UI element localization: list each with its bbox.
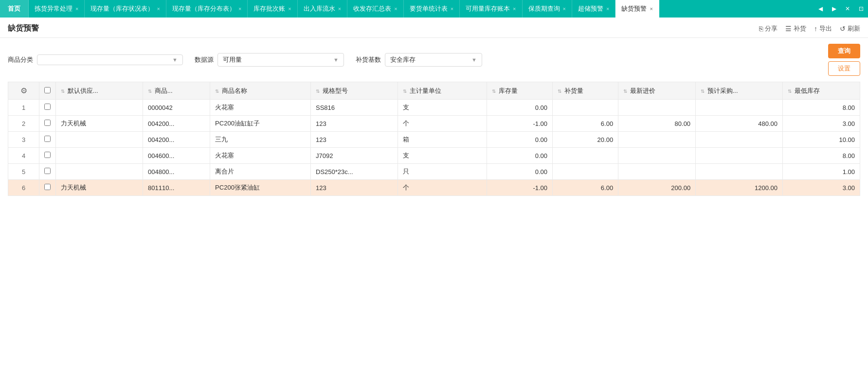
tab-nav-right: ◀ ▶ ✕ ⊡	[814, 5, 868, 12]
table-row: 4 004600... 火花塞 J7092 支 0.00 8.00	[8, 148, 860, 164]
tab-next-btn[interactable]: ▶	[827, 5, 841, 12]
row-cb-2[interactable]	[39, 132, 56, 148]
tab-shortage-close[interactable]: ×	[650, 6, 652, 12]
row-est-purchase-1: 480.00	[696, 116, 783, 132]
col-est-purchase[interactable]: ⇅ 预计采购...	[696, 82, 783, 100]
tab-inv1-label: 现存量（库存状况表）	[90, 4, 154, 13]
row-product-name-2: 三九	[210, 132, 311, 148]
tab-expire-close[interactable]: ×	[563, 6, 566, 12]
col-checkbox[interactable]	[39, 82, 56, 100]
row-spec-5: 123	[311, 180, 398, 196]
tab-order[interactable]: 要货单统计表 ×	[404, 0, 460, 18]
sort-icon: ⇅	[61, 88, 65, 94]
row-product-name-1: PC200油缸缸子	[210, 116, 311, 132]
select-all-checkbox[interactable]	[44, 87, 51, 93]
tab-avail-close[interactable]: ×	[513, 6, 516, 12]
refresh-button[interactable]: ↺ 刷新	[840, 24, 860, 33]
datasource-select[interactable]: 可用量 ▼	[217, 53, 344, 67]
col-unit-label: 主计量单位	[410, 87, 441, 94]
row-cb-5[interactable]	[39, 180, 56, 196]
row-cb-3[interactable]	[39, 148, 56, 164]
column-settings-icon[interactable]: ⚙	[20, 86, 27, 95]
row-spec-4: DS250*23c...	[311, 164, 398, 180]
table-body: 1 0000042 火花塞 SS816 支 0.00 8.00 2 力天机械 0…	[8, 100, 860, 196]
row-min-stock-3: 8.00	[782, 148, 860, 164]
row-product-name-4: 离合片	[210, 164, 311, 180]
row-min-stock-4: 1.00	[782, 164, 860, 180]
category-arrow-icon: ▼	[172, 57, 178, 63]
query-button[interactable]: 查询	[828, 44, 860, 58]
col-stock[interactable]: ⇅ 库存量	[487, 82, 552, 100]
setting-button[interactable]: 设置	[828, 61, 860, 76]
row-latest-price-4	[618, 164, 696, 180]
tab-home-label: 首页	[8, 4, 20, 13]
tab-expire[interactable]: 保质期查询 ×	[523, 0, 572, 18]
tab-flow-close[interactable]: ×	[338, 6, 341, 12]
tab-batch-close[interactable]: ×	[288, 6, 291, 12]
row-cb-4[interactable]	[39, 164, 56, 180]
col-min-stock[interactable]: ⇅ 最低库存	[782, 82, 860, 100]
tab-batch[interactable]: 库存批次账 ×	[248, 0, 297, 18]
tab-home[interactable]: 首页	[0, 0, 29, 18]
row-unit-4: 只	[398, 164, 487, 180]
data-table: ⚙ ⇅ 默认供应... ⇅ 商品... ⇅ 商品名称	[8, 82, 860, 196]
tab-pick-close[interactable]: ×	[75, 6, 78, 12]
category-select[interactable]: ▼	[37, 54, 183, 65]
row-supplier-0	[56, 100, 143, 116]
row-num-1: 2	[8, 116, 39, 132]
tab-shortage[interactable]: 缺货预警 ×	[615, 0, 659, 18]
export-label: 导出	[819, 24, 832, 33]
row-stock-0: 0.00	[487, 100, 552, 116]
export-button[interactable]: ↑ 导出	[814, 24, 832, 33]
row-est-purchase-2	[696, 132, 783, 148]
replenish-base-select[interactable]: 安全库存 ▼	[385, 53, 482, 67]
row-est-purchase-5: 1200.00	[696, 180, 783, 196]
tab-flow-label: 出入库流水	[304, 4, 335, 13]
header-actions: ⎘ 分享 ☰ 补货 ↑ 导出 ↺ 刷新	[759, 24, 860, 33]
col-replenish-qty[interactable]: ⇅ 补货量	[553, 82, 618, 100]
row-supplier-3	[56, 148, 143, 164]
row-latest-price-1: 80.00	[618, 116, 696, 132]
row-replenish-qty-4	[553, 164, 618, 180]
tab-pick[interactable]: 拣货异常处理 ×	[29, 0, 85, 18]
tab-expire-label: 保质期查询	[528, 4, 560, 13]
row-replenish-qty-0	[553, 100, 618, 116]
col-gear[interactable]: ⚙	[8, 82, 39, 100]
col-product-name-label: 商品名称	[222, 87, 247, 94]
tab-overstock-close[interactable]: ×	[606, 6, 609, 12]
tab-expand-btn[interactable]: ⊡	[854, 5, 868, 12]
col-unit[interactable]: ⇅ 主计量单位	[398, 82, 487, 100]
tab-order-close[interactable]: ×	[451, 6, 453, 12]
share-button[interactable]: ⎘ 分享	[759, 24, 778, 33]
tab-close-btn[interactable]: ✕	[841, 5, 854, 12]
tab-summary-close[interactable]: ×	[394, 6, 397, 12]
row-product-name-0: 火花塞	[210, 100, 311, 116]
col-product-id[interactable]: ⇅ 商品...	[143, 82, 210, 100]
col-product-name[interactable]: ⇅ 商品名称	[210, 82, 311, 100]
tab-summary[interactable]: 收发存汇总表 ×	[347, 0, 403, 18]
row-product-id-4: 004800...	[143, 164, 210, 180]
row-cb-0[interactable]	[39, 100, 56, 116]
col-latest-price[interactable]: ⇅ 最新进价	[618, 82, 696, 100]
tab-inv2-close[interactable]: ×	[238, 6, 241, 12]
col-supplier[interactable]: ⇅ 默认供应...	[56, 82, 143, 100]
tab-avail[interactable]: 可用量库存账本 ×	[460, 0, 522, 18]
refresh-label: 刷新	[848, 24, 860, 33]
row-num-3: 4	[8, 148, 39, 164]
tab-flow[interactable]: 出入库流水 ×	[298, 0, 347, 18]
row-replenish-qty-2: 20.00	[553, 132, 618, 148]
replenish-button[interactable]: ☰ 补货	[785, 24, 806, 33]
row-min-stock-1: 3.00	[782, 116, 860, 132]
row-est-purchase-3	[696, 148, 783, 164]
tab-prev-btn[interactable]: ◀	[814, 5, 827, 12]
tab-inv1-close[interactable]: ×	[157, 6, 160, 12]
col-spec[interactable]: ⇅ 规格型号	[311, 82, 398, 100]
tab-inv1[interactable]: 现存量（库存状况表） ×	[85, 0, 166, 18]
row-spec-1: 123	[311, 116, 398, 132]
tab-overstock[interactable]: 超储预警 ×	[572, 0, 615, 18]
tab-inv2[interactable]: 现存量（库存分布表） ×	[166, 0, 248, 18]
row-cb-1[interactable]	[39, 116, 56, 132]
row-min-stock-5: 3.00	[782, 180, 860, 196]
replenish-base-filter: 补货基数 安全库存 ▼	[356, 53, 482, 67]
row-product-id-2: 004200...	[143, 132, 210, 148]
